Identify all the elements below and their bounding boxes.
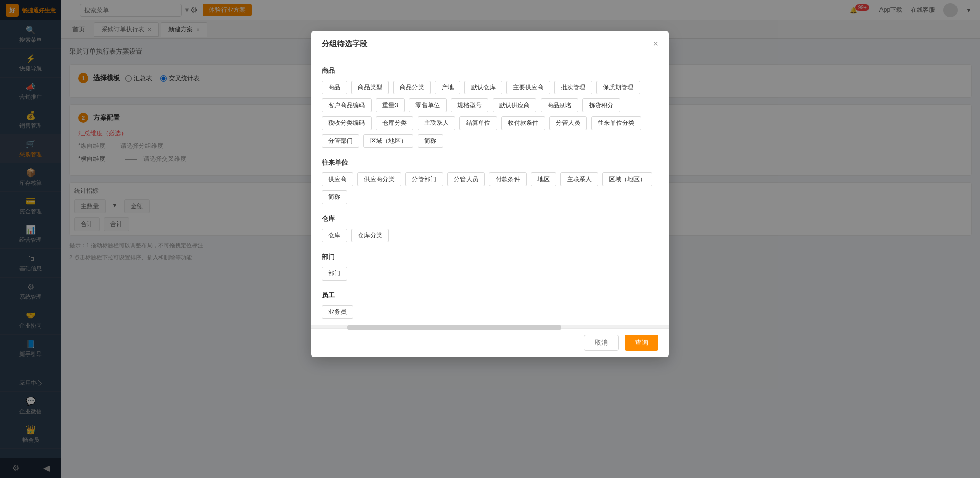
chip-warehouse-category[interactable]: 仓库分类 bbox=[376, 116, 413, 130]
modal-horizontal-scrollbar[interactable] bbox=[311, 325, 669, 328]
modal-footer: 取消 查询 bbox=[311, 328, 669, 357]
chip-main-contact[interactable]: 主联系人 bbox=[418, 116, 455, 130]
chip-customer-code[interactable]: 客户商品编码 bbox=[322, 98, 372, 112]
modal-close-btn[interactable]: × bbox=[653, 39, 658, 49]
chip-product[interactable]: 商品 bbox=[322, 81, 347, 94]
chip-pick-points[interactable]: 拣货积分 bbox=[582, 98, 620, 112]
field-group-staff: 员工 业务员 bbox=[322, 291, 658, 319]
chip-area[interactable]: 地区 bbox=[531, 172, 556, 186]
chip-product-category[interactable]: 商品分类 bbox=[393, 81, 431, 94]
confirm-button[interactable]: 查询 bbox=[625, 335, 658, 351]
field-group-department: 部门 部门 bbox=[322, 253, 658, 281]
chip-dept-managed2[interactable]: 分管部门 bbox=[405, 172, 443, 186]
chip-batch-mgmt[interactable]: 批次管理 bbox=[554, 81, 592, 94]
field-chips-counterparty: 供应商 供应商分类 分管部门 分管人员 付款条件 地区 主联系人 区域（地区） … bbox=[322, 172, 658, 204]
chip-product-alias[interactable]: 商品别名 bbox=[541, 98, 578, 112]
chip-supervisor[interactable]: 分管人员 bbox=[549, 116, 587, 130]
chip-settlement-unit[interactable]: 结算单位 bbox=[459, 116, 497, 130]
chip-department[interactable]: 部门 bbox=[322, 267, 347, 281]
field-group-product: 商品 商品 商品类型 商品分类 产地 默认仓库 主要供应商 批次管理 保质期管理… bbox=[322, 66, 658, 148]
modal-hscroll-thumb bbox=[347, 325, 561, 330]
chip-salesperson[interactable]: 业务员 bbox=[322, 305, 353, 319]
chip-weight[interactable]: 重量3 bbox=[376, 98, 405, 112]
modal-header: 分组待选字段 × bbox=[311, 31, 669, 58]
chip-retail-unit[interactable]: 零售单位 bbox=[409, 98, 447, 112]
field-group-title-counterparty: 往来单位 bbox=[322, 158, 658, 167]
chip-origin[interactable]: 产地 bbox=[435, 81, 460, 94]
chip-supplier-category[interactable]: 供应商分类 bbox=[357, 172, 401, 186]
field-chips-department: 部门 bbox=[322, 267, 658, 281]
chip-supplier[interactable]: 供应商 bbox=[322, 172, 353, 186]
field-chips-product: 商品 商品类型 商品分类 产地 默认仓库 主要供应商 批次管理 保质期管理 客户… bbox=[322, 81, 658, 148]
field-chips-warehouse: 仓库 仓库分类 bbox=[322, 229, 658, 242]
field-select-modal: 分组待选字段 × 商品 商品 商品类型 商品分类 产地 默认仓库 主要供应商 批… bbox=[311, 31, 669, 357]
chip-tax-code[interactable]: 税收分类编码 bbox=[322, 116, 372, 130]
field-group-title-staff: 员工 bbox=[322, 291, 658, 300]
chip-region2[interactable]: 区域（地区） bbox=[602, 172, 652, 186]
chip-payment-condition[interactable]: 付款条件 bbox=[489, 172, 527, 186]
field-group-title-department: 部门 bbox=[322, 253, 658, 262]
chip-short-name2[interactable]: 简称 bbox=[322, 190, 347, 204]
chip-main-contact2[interactable]: 主联系人 bbox=[560, 172, 598, 186]
cancel-button[interactable]: 取消 bbox=[584, 335, 619, 351]
chip-short-name[interactable]: 简称 bbox=[418, 134, 443, 148]
chip-warehouse[interactable]: 仓库 bbox=[322, 229, 347, 242]
modal-body: 商品 商品 商品类型 商品分类 产地 默认仓库 主要供应商 批次管理 保质期管理… bbox=[311, 58, 669, 325]
chip-counterparty-category[interactable]: 往来单位分类 bbox=[591, 116, 641, 130]
modal-title: 分组待选字段 bbox=[322, 39, 368, 49]
field-group-warehouse: 仓库 仓库 仓库分类 bbox=[322, 214, 658, 242]
chip-region[interactable]: 区域（地区） bbox=[363, 134, 413, 148]
chip-warehouse-cat[interactable]: 仓库分类 bbox=[351, 229, 389, 242]
chip-payment-terms[interactable]: 收付款条件 bbox=[501, 116, 545, 130]
chip-default-warehouse[interactable]: 默认仓库 bbox=[464, 81, 502, 94]
chip-supervisor2[interactable]: 分管人员 bbox=[447, 172, 485, 186]
chip-spec-model[interactable]: 规格型号 bbox=[451, 98, 488, 112]
chip-product-type[interactable]: 商品类型 bbox=[351, 81, 389, 94]
field-group-counterparty: 往来单位 供应商 供应商分类 分管部门 分管人员 付款条件 地区 主联系人 区域… bbox=[322, 158, 658, 204]
field-chips-staff: 业务员 bbox=[322, 305, 658, 319]
modal-overlay: 分组待选字段 × 商品 商品 商品类型 商品分类 产地 默认仓库 主要供应商 批… bbox=[0, 0, 980, 478]
chip-default-supplier[interactable]: 默认供应商 bbox=[493, 98, 536, 112]
chip-main-supplier[interactable]: 主要供应商 bbox=[506, 81, 550, 94]
field-group-title-warehouse: 仓库 bbox=[322, 214, 658, 223]
chip-dept-managed[interactable]: 分管部门 bbox=[322, 134, 359, 148]
field-group-title-product: 商品 bbox=[322, 66, 658, 76]
chip-shelf-life[interactable]: 保质期管理 bbox=[596, 81, 640, 94]
